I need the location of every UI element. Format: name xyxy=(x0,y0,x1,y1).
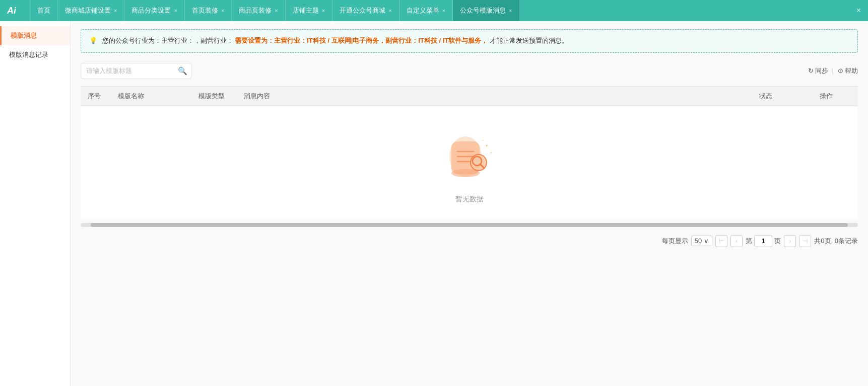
page-size-value: 50 xyxy=(695,237,702,245)
page-unit: 页 xyxy=(774,237,781,246)
notice-highlight: 需要设置为：主营行业：IT科技 / 互联网|电子商务，副营行业：IT科技 / I… xyxy=(235,37,488,44)
empty-text: 暂无数据 xyxy=(455,195,484,204)
nav-tab-open-wechat-shop[interactable]: 开通公众号商城× xyxy=(332,0,399,21)
nav-tab-product-page-deco[interactable]: 商品页装修× xyxy=(232,0,285,21)
col-header-content: 消息内容 xyxy=(237,86,752,106)
main-layout: 模版消息模版消息记录 💡 您的公众号行业为：主营行业：，副营行业： 需要设置为：… xyxy=(0,21,868,386)
col-header-seq: 序号 xyxy=(81,86,111,106)
sync-button[interactable]: ↻ 同步 xyxy=(808,66,828,75)
sync-icon: ↻ xyxy=(808,67,814,74)
nav-tab-homepage-deco[interactable]: 首页装修× xyxy=(185,0,232,21)
empty-state: ✦ ✦ ✦ 暂无数据 xyxy=(81,106,858,219)
svg-text:✦: ✦ xyxy=(482,139,484,142)
search-bar: 🔍 ↻ 同步 | ⊙ 帮助 xyxy=(81,63,858,79)
toolbar-divider: | xyxy=(832,67,834,74)
tab-close-custom-menu[interactable]: × xyxy=(442,8,445,14)
total-info: 共0页, 0条记录 xyxy=(814,237,858,246)
tab-close-wechat-template[interactable]: × xyxy=(509,8,512,14)
sidebar-item-template-msg[interactable]: 模版消息 xyxy=(0,26,70,45)
notice-suffix: 才能正常发送预置的消息。 xyxy=(490,37,568,44)
notice-banner: 💡 您的公众号行业为：主营行业：，副营行业： 需要设置为：主营行业：IT科技 /… xyxy=(81,29,858,53)
scrollbar-thumb[interactable] xyxy=(91,223,848,227)
prev-page-button[interactable]: ‹ xyxy=(730,235,743,247)
col-header-status: 状态 xyxy=(752,86,813,106)
svg-text:✦: ✦ xyxy=(485,143,489,148)
help-button[interactable]: ⊙ 帮助 xyxy=(838,66,858,75)
nav-tab-home[interactable]: 首页 xyxy=(30,0,58,21)
help-icon: ⊙ xyxy=(838,67,843,74)
nav-tab-wechat-template[interactable]: 公众号模版消息× xyxy=(453,0,519,21)
tab-close-open-wechat-shop[interactable]: × xyxy=(388,8,391,14)
last-page-button[interactable]: ⊣ xyxy=(799,235,811,247)
page-size-label: 每页显示 xyxy=(662,237,688,246)
tab-close-product-category[interactable]: × xyxy=(174,8,177,14)
logo: Ai xyxy=(0,0,30,21)
top-navigation: Ai 首页微商城店铺设置×商品分类设置×首页装修×商品页装修×店铺主题×开通公众… xyxy=(0,0,868,21)
page-label: 第 xyxy=(746,237,752,246)
empty-illustration: ✦ ✦ ✦ xyxy=(439,126,500,187)
page-number-input[interactable] xyxy=(754,235,772,247)
page-input-area: 第 页 xyxy=(746,235,781,247)
first-page-button[interactable]: ⊢ xyxy=(715,235,727,247)
global-close-button[interactable]: × xyxy=(849,0,868,21)
sidebar-item-template-msg-log[interactable]: 模版消息记录 xyxy=(0,45,70,64)
pagination: 每页显示 50 ∨ ⊢ ‹ 第 页 › ⊣ 共0页, 0条记录 xyxy=(81,233,858,249)
content-area: 💡 您的公众号行业为：主营行业：，副营行业： 需要设置为：主营行业：IT科技 /… xyxy=(71,21,868,386)
col-header-name: 模版名称 xyxy=(111,86,191,106)
horizontal-scrollbar[interactable] xyxy=(81,223,858,227)
notice-prefix: 您的公众号行业为：主营行业：，副营行业： xyxy=(102,37,233,44)
toolbar-right: ↻ 同步 | ⊙ 帮助 xyxy=(808,66,858,75)
search-icon[interactable]: 🔍 xyxy=(178,66,187,75)
sync-label: 同步 xyxy=(815,66,828,75)
tab-close-homepage-deco[interactable]: × xyxy=(221,8,224,14)
nav-tab-wshop-settings[interactable]: 微商城店铺设置× xyxy=(58,0,124,21)
page-size-selector[interactable]: 50 ∨ xyxy=(691,236,712,246)
col-header-action: 操作 xyxy=(813,86,858,106)
sidebar: 模版消息模版消息记录 xyxy=(0,21,71,386)
col-header-type: 模版类型 xyxy=(191,86,237,106)
nav-tab-product-category[interactable]: 商品分类设置× xyxy=(124,0,184,21)
hint-icon: 💡 xyxy=(89,37,97,44)
tab-close-shop-theme[interactable]: × xyxy=(322,8,325,14)
tab-close-product-page-deco[interactable]: × xyxy=(275,8,278,14)
next-page-button[interactable]: › xyxy=(784,235,796,247)
svg-text:✦: ✦ xyxy=(490,151,493,155)
nav-tab-custom-menu[interactable]: 自定义菜单× xyxy=(399,0,453,21)
page-size-chevron: ∨ xyxy=(704,237,709,245)
tab-close-wshop-settings[interactable]: × xyxy=(114,8,117,14)
data-table: 序号模版名称模版类型消息内容状态操作 xyxy=(81,86,858,219)
nav-tab-shop-theme[interactable]: 店铺主题× xyxy=(286,0,332,21)
help-label: 帮助 xyxy=(845,66,858,75)
search-input-wrap: 🔍 xyxy=(81,63,191,79)
search-input[interactable] xyxy=(81,63,191,79)
logo-text: Ai xyxy=(7,6,16,16)
